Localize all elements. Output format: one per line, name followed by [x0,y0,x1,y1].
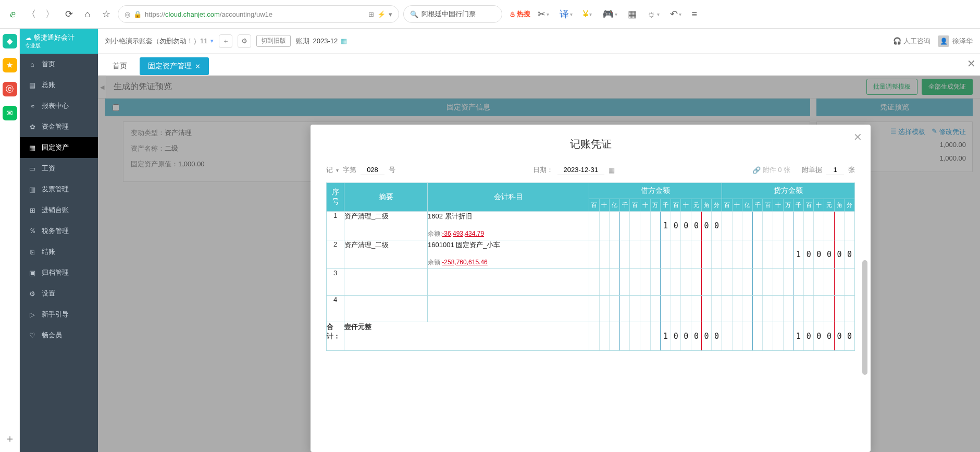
scissors-icon[interactable]: ✂▾ [535,8,552,20]
bolt-icon[interactable]: ⚡ [377,10,386,18]
search-placeholder: 阿根廷中国行门票 [421,9,476,19]
browser-toolbar: ⅇ 〈 〉 ⟳ ⌂ ☆ ◎ 🔒 https://cloud.chanjet.co… [0,0,980,29]
brightness-icon[interactable]: ☼▾ [644,9,663,20]
menu-icon[interactable]: ≡ [689,9,701,20]
shield-icon: ◎ [125,10,130,18]
qr-icon[interactable]: ⊞ [368,10,374,18]
hot-search-badge[interactable]: ♨热搜 [510,9,530,19]
game-icon[interactable]: 🎮▾ [599,8,621,20]
lock-icon: 🔒 [133,10,142,18]
forward-icon[interactable]: 〉 [43,7,57,21]
undo-icon[interactable]: ↶▾ [667,8,685,20]
star-icon[interactable]: ☆ [99,7,114,21]
url-dropdown-icon[interactable]: ▾ [389,10,392,18]
search-icon: 🔍 [410,10,418,18]
translate-icon[interactable]: 译▾ [556,8,576,20]
apps-icon[interactable]: ▦ [625,8,640,20]
browser-logo-icon: ⅇ [5,7,20,21]
browser-search[interactable]: 🔍 阿根廷中国行门票 [403,5,502,23]
coin-icon[interactable]: ¥▾ [580,9,595,20]
back-icon[interactable]: 〈 [24,7,39,21]
home-icon[interactable]: ⌂ [80,7,95,21]
reload-icon[interactable]: ⟳ [61,7,76,21]
url-bar[interactable]: ◎ 🔒 https://cloud.chanjet.com/accounting… [118,5,399,23]
url-text: https://cloud.chanjet.com/accounting/uw1… [145,10,365,18]
